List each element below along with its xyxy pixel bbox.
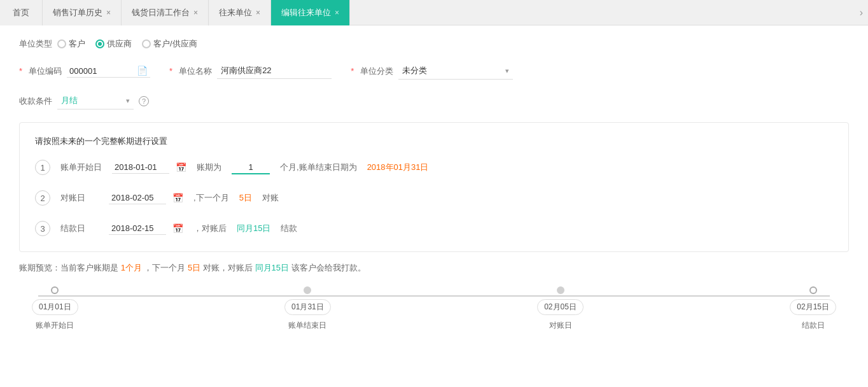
period-num-1: 1	[35, 160, 50, 175]
period-desc-before-2: ,下一个月	[193, 192, 229, 204]
period-suffix-1: 个月,账单结束日期为	[280, 162, 357, 173]
timeline-point-4: 02月15日 结款日	[790, 286, 836, 331]
timeline-label-3: 02月05日	[537, 299, 584, 315]
period-field-label-3: 结款日	[60, 223, 99, 234]
tab-bar: 首页 销售订单历史 × 钱货日清工作台 × 往来单位 × 编辑往来单位 × ›	[0, 0, 868, 25]
tab-sales-history[interactable]: 销售订单历史 ×	[43, 0, 122, 25]
unit-info-row: * 单位编码 📄 * 单位名称 * 单位分类 未分类 ▾	[19, 62, 849, 80]
period-date-input-1[interactable]	[112, 161, 169, 174]
period-date-wrap-3: 📅	[109, 222, 183, 235]
radio-customer-supplier-circle	[142, 39, 151, 48]
unit-name-label: 单位名称	[179, 66, 212, 77]
period-desc-before-3: ，对账后	[193, 223, 227, 234]
payment-terms-value: 月结	[61, 95, 121, 106]
unit-category-required: *	[351, 66, 354, 76]
period-desc-after-2: 对账	[262, 192, 279, 204]
unit-category-dropdown[interactable]: 未分类 ▾	[398, 62, 513, 80]
period-calendar-icon-3[interactable]: 📅	[172, 223, 183, 234]
payment-terms-dropdown[interactable]: 月结 ▾	[57, 92, 134, 109]
period-highlight-date-1: 2018年01月31日	[367, 162, 429, 173]
period-date-input-2[interactable]	[109, 192, 166, 204]
radio-customer-circle	[57, 39, 66, 48]
payment-terms-label: 收款条件	[19, 95, 52, 107]
payment-terms-row: 收款条件 月结 ▾ ?	[19, 92, 849, 109]
tab-bar-more[interactable]: ›	[860, 7, 868, 18]
unit-name-group: * 单位名称	[169, 64, 332, 79]
tab-cashier[interactable]: 钱货日清工作台 ×	[122, 0, 209, 25]
radio-supplier-label: 供应商	[107, 38, 132, 50]
unit-code-required: *	[19, 66, 22, 76]
timeline-label-4: 02月15日	[790, 299, 836, 315]
timeline-label-1: 01月01日	[32, 299, 78, 315]
period-calendar-icon-2[interactable]: 📅	[172, 193, 183, 203]
radio-supplier[interactable]: 供应商	[95, 38, 132, 50]
preview-text: 账期预览：当前客户账期是 1个月 ，下一个月 5日 对账，对账后 同月15日 该…	[19, 262, 849, 274]
period-desc-after-3: 结款	[281, 223, 297, 234]
unit-category-arrow: ▾	[505, 67, 509, 75]
preview-highlight1: 1个月	[121, 263, 142, 272]
period-middle-text-1: 账期为	[197, 162, 221, 173]
preview-prefix: 账期预览：当前客户账期是	[19, 263, 118, 272]
period-field-label-1: 账单开始日	[60, 162, 102, 173]
radio-customer-label: 客户	[69, 38, 85, 50]
period-title: 请按照未来的一个完整帐期进行设置	[35, 136, 833, 147]
unit-type-group: 单位类型 客户 供应商 客户/供应商	[19, 38, 197, 50]
timeline-sublabel-2: 账单结束日	[288, 320, 326, 331]
timeline-dot-4	[809, 286, 817, 294]
unit-type-label: 单位类型	[19, 38, 52, 50]
timeline-sublabel-3: 对账日	[549, 320, 572, 331]
tab-edit-partner[interactable]: 编辑往来单位 ×	[271, 0, 350, 25]
period-num-3: 3	[35, 221, 50, 236]
payment-terms-group: 收款条件 月结 ▾ ?	[19, 92, 149, 109]
unit-code-label: 单位编码	[29, 66, 62, 77]
tab-home[interactable]: 首页	[0, 0, 43, 25]
unit-code-group: * 单位编码 📄	[19, 64, 150, 78]
radio-supplier-circle	[95, 39, 104, 48]
timeline-dot-2	[304, 286, 311, 294]
preview-suffix: 该客户会给我打款。	[291, 263, 366, 272]
unit-code-input[interactable]	[69, 66, 133, 76]
unit-code-icon[interactable]: 📄	[137, 66, 148, 76]
timeline-point-2: 01月31日 账单结束日	[284, 286, 331, 331]
main-content: 单位类型 客户 供应商 客户/供应商 * 单位编码	[0, 25, 868, 387]
timeline-dot-3	[557, 286, 564, 294]
timeline-sublabel-1: 账单开始日	[36, 320, 74, 331]
timeline-items: 01月01日 账单开始日 01月31日 账单结束日 02月05日 对账日	[32, 286, 836, 331]
period-date-input-3[interactable]	[109, 222, 166, 235]
preview-mid1: ，下一个月	[144, 263, 185, 272]
close-partners-tab[interactable]: ×	[256, 8, 260, 17]
unit-name-required: *	[169, 66, 172, 76]
preview-highlight3: 同月15日	[255, 263, 289, 272]
preview-mid2: 对账，对账后	[203, 263, 253, 272]
payment-terms-help-icon[interactable]: ?	[139, 96, 149, 106]
unit-code-input-wrap: 📄	[67, 64, 150, 78]
close-sales-history-tab[interactable]: ×	[106, 8, 111, 17]
radio-customer-supplier[interactable]: 客户/供应商	[142, 38, 197, 50]
period-settings-box: 请按照未来的一个完整帐期进行设置 1 账单开始日 📅 账期为 个月,账单结束日期…	[19, 122, 849, 252]
timeline-point-3: 02月05日 对账日	[537, 286, 584, 331]
period-calendar-icon-1[interactable]: 📅	[176, 162, 186, 172]
period-row-3: 3 结款日 📅 ，对账后 同月15日 结款	[35, 221, 833, 236]
period-row-2: 2 对账日 📅 ,下一个月 5日 对账	[35, 190, 833, 206]
close-cashier-tab[interactable]: ×	[193, 8, 198, 17]
unit-category-value: 未分类	[402, 65, 500, 76]
timeline-sublabel-4: 结款日	[802, 320, 825, 331]
unit-type-row: 单位类型 客户 供应商 客户/供应商	[19, 38, 849, 50]
unit-name-input[interactable]	[217, 64, 332, 79]
close-edit-partner-tab[interactable]: ×	[335, 8, 339, 17]
unit-category-group: * 单位分类 未分类 ▾	[351, 62, 513, 80]
radio-customer[interactable]: 客户	[57, 38, 85, 50]
tab-partners[interactable]: 往来单位 ×	[209, 0, 271, 25]
period-field-label-2: 对账日	[60, 192, 99, 204]
timeline-dot-1	[51, 286, 59, 294]
timeline-point-1: 01月01日 账单开始日	[32, 286, 78, 331]
period-num-input-1[interactable]	[232, 161, 270, 174]
period-highlight-day-2: 5日	[239, 192, 252, 204]
period-date-wrap-1: 📅	[112, 161, 186, 174]
timeline-label-2: 01月31日	[284, 299, 331, 315]
period-date-wrap-2: 📅	[109, 192, 183, 204]
unit-type-radio-group: 客户 供应商 客户/供应商	[57, 38, 197, 50]
radio-customer-supplier-label: 客户/供应商	[153, 38, 197, 50]
timeline-container: 01月01日 账单开始日 01月31日 账单结束日 02月05日 对账日	[19, 286, 849, 331]
unit-category-label: 单位分类	[360, 66, 393, 77]
